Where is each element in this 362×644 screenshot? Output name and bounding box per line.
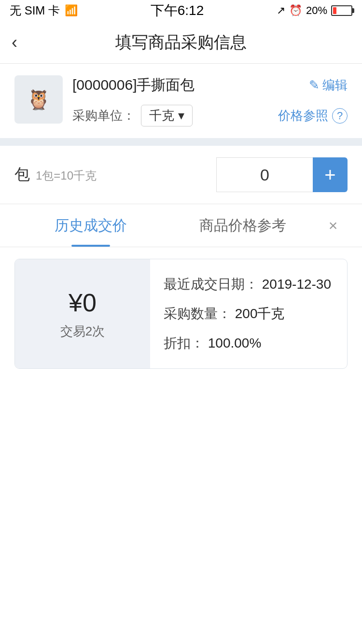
purchase-unit-label: 采购单位： bbox=[72, 107, 135, 124]
page-title: 填写商品采购信息 bbox=[115, 31, 247, 54]
status-left: 无 SIM 卡 📶 bbox=[10, 3, 78, 18]
plus-icon: + bbox=[324, 164, 335, 186]
currency-symbol: ¥ bbox=[69, 289, 83, 317]
carrier-label: 无 SIM 卡 bbox=[10, 3, 60, 18]
discount-row: 折扣： 100.00% bbox=[164, 333, 334, 354]
quantity-controls: 0 + bbox=[216, 157, 348, 192]
status-right: ↗ ⏰ 20% bbox=[277, 4, 352, 17]
edit-icon: ✎ bbox=[309, 78, 320, 93]
battery-fill bbox=[333, 7, 336, 14]
price-card-left: ¥0 交易2次 bbox=[15, 259, 150, 368]
tab-history-price-label: 历史成交价 bbox=[55, 216, 127, 236]
help-icon: ? bbox=[332, 108, 348, 124]
alarm-icon: ⏰ bbox=[289, 4, 302, 17]
tab-product-price-ref[interactable]: 商品价格参考 bbox=[167, 204, 319, 247]
bottom-space bbox=[0, 380, 362, 644]
purchase-qty-label: 采购数量： bbox=[164, 306, 231, 321]
edit-label: 编辑 bbox=[322, 77, 348, 94]
quantity-label: 包 1包=10千克 bbox=[14, 164, 97, 185]
dropdown-arrow-icon: ▾ bbox=[178, 108, 184, 123]
close-icon: × bbox=[329, 217, 338, 235]
location-icon: ↗ bbox=[277, 4, 285, 17]
price-reference-button[interactable]: 价格参照 ? bbox=[278, 107, 348, 124]
price-value: 0 bbox=[83, 289, 97, 317]
battery-icon bbox=[331, 5, 352, 16]
quantity-unit-conversion: 1包=10千克 bbox=[36, 168, 97, 183]
recent-date-value: 2019-12-30 bbox=[262, 277, 331, 292]
product-image-placeholder: 🦉 bbox=[27, 88, 51, 111]
back-button[interactable]: ‹ bbox=[12, 32, 17, 53]
battery-percent: 20% bbox=[306, 4, 327, 17]
product-id: [0000006] bbox=[72, 77, 137, 93]
tabs-header: 历史成交价 商品价格参考 × bbox=[0, 204, 362, 247]
edit-button[interactable]: ✎ 编辑 bbox=[309, 77, 348, 94]
product-section: 🦉 [0000006]手撕面包 ✎ 编辑 采购单位： 千克 ▾ bbox=[0, 64, 362, 138]
product-name-text: 手撕面包 bbox=[137, 77, 195, 93]
product-header: 🦉 [0000006]手撕面包 ✎ 编辑 采购单位： 千克 ▾ bbox=[14, 75, 348, 126]
status-bar: 无 SIM 卡 📶 下午6:12 ↗ ⏰ 20% bbox=[0, 0, 362, 21]
discount-value: 100.00% bbox=[208, 336, 262, 350]
nav-bar: ‹ 填写商品采购信息 bbox=[0, 21, 362, 64]
tab-close-button[interactable]: × bbox=[319, 211, 348, 240]
price-card-right: 最近成交日期： 2019-12-30 采购数量： 200千克 折扣： 100.0… bbox=[150, 259, 347, 368]
product-name: [0000006]手撕面包 bbox=[72, 75, 195, 95]
quantity-value: 0 bbox=[260, 166, 269, 184]
tabs-section: 历史成交价 商品价格参考 × ¥0 交易2次 最近成交日期： 2019-12-3… bbox=[0, 204, 362, 380]
status-time: 下午6:12 bbox=[151, 1, 204, 20]
tab-history-price[interactable]: 历史成交价 bbox=[14, 204, 167, 247]
price-amount: ¥0 bbox=[69, 288, 97, 317]
trade-count: 交易2次 bbox=[60, 323, 105, 340]
product-thumbnail: 🦉 bbox=[14, 75, 63, 124]
quantity-input[interactable]: 0 bbox=[216, 157, 313, 192]
section-divider bbox=[0, 138, 362, 146]
purchase-qty-row: 采购数量： 200千克 bbox=[164, 303, 334, 325]
quantity-unit-main: 包 bbox=[14, 164, 30, 185]
purchase-unit-row: 采购单位： 千克 ▾ 价格参照 ? bbox=[72, 105, 348, 126]
product-info: [0000006]手撕面包 ✎ 编辑 采购单位： 千克 ▾ 价格参照 ? bbox=[72, 75, 348, 126]
tab-product-price-ref-label: 商品价格参考 bbox=[199, 216, 286, 236]
unit-value: 千克 bbox=[149, 107, 174, 124]
price-ref-label: 价格参照 bbox=[278, 107, 328, 124]
quantity-plus-button[interactable]: + bbox=[313, 157, 348, 192]
discount-label: 折扣： bbox=[164, 336, 204, 350]
price-card-wrapper: ¥0 交易2次 最近成交日期： 2019-12-30 采购数量： 200千克 折… bbox=[0, 247, 362, 380]
product-title-row: [0000006]手撕面包 ✎ 编辑 bbox=[72, 75, 348, 95]
purchase-qty-value: 200千克 bbox=[235, 306, 285, 321]
unit-select-dropdown[interactable]: 千克 ▾ bbox=[141, 105, 193, 126]
recent-date-row: 最近成交日期： 2019-12-30 bbox=[164, 274, 334, 295]
recent-date-label: 最近成交日期： bbox=[164, 277, 258, 292]
quantity-section: 包 1包=10千克 0 + bbox=[0, 146, 362, 204]
purchase-unit-left: 采购单位： 千克 ▾ bbox=[72, 105, 193, 126]
price-card: ¥0 交易2次 最近成交日期： 2019-12-30 采购数量： 200千克 折… bbox=[14, 259, 348, 369]
wifi-icon: 📶 bbox=[65, 4, 78, 17]
